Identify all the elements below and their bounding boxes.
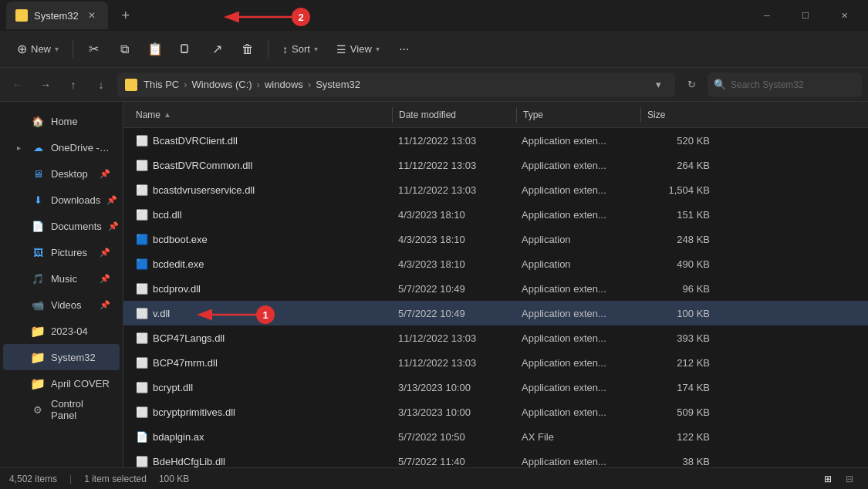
file-name-cell: ⬜ bcastdvruserservice.dll: [130, 184, 392, 196]
status-bar: 4,502 items | 1 item selected 100 KB ⊞ ⊟: [0, 467, 868, 489]
table-row[interactable]: ⬜ bcrypt.dll 3/13/2023 10:00 Application…: [123, 375, 868, 400]
share-button[interactable]: ↗: [203, 35, 231, 63]
table-row[interactable]: 🟦 bcdboot.exe 4/3/2023 18:10 Application…: [123, 227, 868, 251]
breadcrumb-sep-1: ›: [184, 79, 187, 90]
sidebar-item-system32[interactable]: 📁 System32: [3, 344, 120, 370]
file-name-cell: 🟦 bcdedit.exe: [130, 258, 392, 270]
file-name: BCP47mrm.dll: [153, 357, 218, 369]
table-row[interactable]: ⬜ bcastdvruserservice.dll 11/12/2022 13:…: [123, 177, 868, 202]
table-row[interactable]: ⬜ BCP47mrm.dll 11/12/2022 13:03 Applicat…: [123, 350, 868, 375]
file-name: BcastDVRClient.dll: [153, 135, 238, 147]
sidebar-item-downloads[interactable]: ⬇ Downloads 📌: [3, 187, 120, 213]
file-type-icon: ⬜: [136, 307, 148, 319]
table-row[interactable]: ⬜ bcdprov.dll 5/7/2022 10:49 Application…: [123, 276, 868, 301]
sidebar-item-april[interactable]: 📁 April COVER: [3, 370, 120, 396]
table-row[interactable]: ⬜ BdeHdCfgLib.dll 5/7/2022 11:40 Applica…: [123, 449, 868, 467]
more-button[interactable]: ···: [390, 35, 418, 63]
main-layout: 🏠 Home ▸ ☁ OneDrive - Pers... 🖥 Desktop …: [0, 102, 868, 467]
svg-rect-0: [181, 45, 187, 52]
tab-close-button[interactable]: ✕: [85, 8, 99, 22]
breadcrumb-dropdown-button[interactable]: ▾: [649, 76, 667, 94]
file-size-cell: 100 KB: [639, 308, 716, 319]
breadcrumb[interactable]: This PC › Windows (C:) › windows › Syste…: [117, 73, 675, 97]
sidebar-item-control[interactable]: ⚙ Control Panel: [3, 396, 120, 423]
file-name: bcdboot.exe: [153, 234, 208, 245]
folder-icon: 📁: [31, 324, 45, 338]
status-count: 4,502 items: [9, 474, 57, 484]
pin-icon: 📌: [100, 248, 110, 258]
file-type-cell: Application exten...: [515, 406, 639, 418]
table-row[interactable]: 🟦 bcdedit.exe 4/3/2023 18:10 Application…: [123, 251, 868, 276]
up-button[interactable]: ↑: [62, 73, 85, 96]
table-row[interactable]: 📄 bdaplgin.ax 5/7/2022 10:50 AX File 122…: [123, 424, 868, 449]
col-header-name[interactable]: Name ▲: [130, 110, 392, 120]
sidebar-item-2023[interactable]: 📁 2023-04: [3, 318, 120, 344]
sort-button[interactable]: ↕ Sort ▾: [275, 35, 326, 63]
close-button[interactable]: ✕: [826, 4, 862, 27]
table-row[interactable]: ⬜ BcastDVRClient.dll 11/12/2022 13:03 Ap…: [123, 128, 868, 153]
search-box[interactable]: 🔍 Search System32: [708, 73, 862, 97]
rename-button[interactable]: [172, 35, 200, 63]
view-button[interactable]: ☰ View ▾: [329, 35, 387, 63]
pin-icon: 📌: [106, 195, 117, 205]
paste-button[interactable]: 📋: [141, 35, 169, 63]
refresh-button[interactable]: ↻: [680, 73, 703, 96]
sidebar-item-videos[interactable]: 📹 Videos 📌: [3, 292, 120, 318]
delete-button[interactable]: 🗑: [234, 35, 262, 63]
copy-button[interactable]: ⧉: [110, 35, 138, 63]
file-date-cell: 5/7/2022 10:49: [392, 283, 515, 295]
sidebar-item-home[interactable]: 🏠 Home: [3, 108, 120, 134]
active-tab[interactable]: System32 ✕: [6, 2, 108, 29]
folder-icon: 📁: [31, 350, 45, 364]
file-name: bdaplgin.ax: [153, 431, 204, 443]
file-type-cell: AX File: [515, 431, 639, 443]
file-size-cell: 509 KB: [639, 406, 716, 418]
search-placeholder: Search System32: [731, 79, 804, 90]
col-header-type[interactable]: Type: [517, 110, 640, 120]
breadcrumb-windows: Windows (C:): [192, 79, 252, 90]
file-list: ⬜ BcastDVRClient.dll 11/12/2022 13:03 Ap…: [123, 128, 868, 467]
status-size: 100 KB: [159, 474, 189, 484]
col-header-date[interactable]: Date modified: [393, 110, 516, 120]
table-row[interactable]: ⬜ BCP47Langs.dll 11/12/2022 13:03 Applic…: [123, 325, 868, 350]
maximize-button[interactable]: ☐: [788, 4, 823, 27]
new-button[interactable]: ⊕ New ▾: [9, 35, 66, 63]
table-row[interactable]: ⬜ BcastDVRCommon.dll 11/12/2022 13:03 Ap…: [123, 153, 868, 177]
view-chevron-icon: ▾: [376, 45, 380, 53]
cut-button[interactable]: ✂: [79, 35, 107, 63]
file-type-cell: Application exten...: [515, 160, 639, 171]
table-row[interactable]: ⬜ bcryptprimitives.dll 3/13/2023 10:00 A…: [123, 400, 868, 424]
minimize-button[interactable]: ─: [749, 4, 785, 27]
new-tab-button[interactable]: +: [114, 4, 137, 27]
file-size-cell: 38 KB: [639, 456, 716, 467]
sidebar-item-onedrive[interactable]: ▸ ☁ OneDrive - Pers...: [3, 134, 120, 160]
list-view-toggle[interactable]: ⊞: [819, 470, 837, 488]
file-type-icon: ⬜: [136, 455, 148, 467]
table-row[interactable]: ⬜ v.dll 5/7/2022 10:49 Application exten…: [123, 301, 868, 325]
expand-icon: [12, 115, 25, 127]
grid-view-toggle[interactable]: ⊟: [840, 470, 859, 488]
sidebar-item-documents[interactable]: 📄 Documents 📌: [3, 213, 120, 239]
file-date-cell: 4/3/2023 18:10: [392, 258, 515, 270]
forward-button[interactable]: →: [34, 73, 57, 96]
file-size-cell: 520 KB: [639, 135, 716, 147]
sidebar-desktop-label: Desktop: [51, 168, 88, 180]
table-row[interactable]: ⬜ bcd.dll 4/3/2023 18:10 Application ext…: [123, 202, 868, 227]
file-date-cell: 11/12/2022 13:03: [392, 357, 515, 369]
downloads-icon: ⬇: [31, 193, 45, 207]
file-name-cell: ⬜ BcastDVRCommon.dll: [130, 159, 392, 171]
down-button[interactable]: ↓: [90, 73, 113, 96]
file-type-cell: Application exten...: [515, 135, 639, 147]
sidebar-item-desktop[interactable]: 🖥 Desktop 📌: [3, 160, 120, 187]
sidebar-item-music[interactable]: 🎵 Music 📌: [3, 265, 120, 292]
expand-icon: [12, 167, 25, 180]
back-button[interactable]: ←: [6, 73, 29, 96]
col-header-size[interactable]: Size: [641, 110, 718, 120]
sidebar: 🏠 Home ▸ ☁ OneDrive - Pers... 🖥 Desktop …: [0, 102, 123, 467]
home-icon: 🏠: [31, 114, 45, 128]
sidebar-item-pictures[interactable]: 🖼 Pictures 📌: [3, 239, 120, 265]
file-type-cell: Application exten...: [515, 283, 639, 295]
sidebar-onedrive-label: OneDrive - Pers...: [51, 142, 110, 153]
file-type-icon: ⬜: [136, 208, 148, 221]
file-date-cell: 5/7/2022 11:40: [392, 456, 515, 467]
